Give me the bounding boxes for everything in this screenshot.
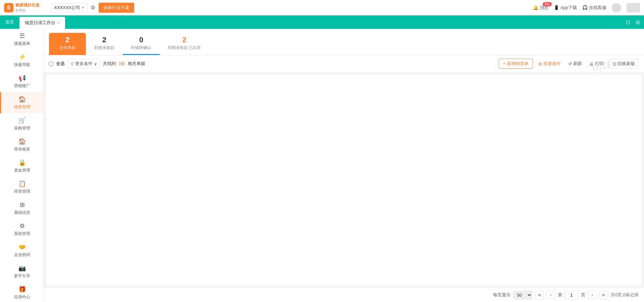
sidebar-item-marketing-label: 营销推广 xyxy=(14,83,30,89)
tab-active[interactable]: 钱货日清工作台 × xyxy=(19,17,65,29)
page-number-input[interactable] xyxy=(565,291,578,299)
logo-area: 6 畅捷通好生意 标准版 xyxy=(4,3,48,12)
sidebar-item-sales-label: 销售管理 xyxy=(14,104,30,110)
sidebar-item-inventory-label: 库存核算 xyxy=(14,146,30,152)
newbie-icon: 📷 xyxy=(18,264,26,272)
tab-bar: 首页 钱货日清工作台 × ⊡ ⊞ xyxy=(0,15,644,29)
finance-icon: 🔒 xyxy=(18,159,26,166)
logo-name: 畅捷通好生意 xyxy=(15,3,40,8)
toolbar-left: 全选 ▽ 更多条件 ∨ 共找到 0条 相关单据 xyxy=(49,59,496,68)
stat-tab-pending[interactable]: 0 旺铺待确认 xyxy=(123,33,160,55)
avatar[interactable] xyxy=(612,3,621,12)
sidebar-item-finance[interactable]: 🔒 资金管理 xyxy=(0,156,43,177)
system-icon: ⚙ xyxy=(19,222,25,230)
tab-expand-icon[interactable]: ⊞ xyxy=(634,19,641,25)
sidebar-item-purchase[interactable]: 🛒 采购管理 xyxy=(0,113,43,134)
stat-tab-overdue-shipped[interactable]: 2 到期未收款 已出库 xyxy=(160,33,209,55)
sidebar-item-newbie[interactable]: 📷 新手引导 xyxy=(0,261,43,282)
operation-icon: 📋 xyxy=(18,180,26,187)
sidebar-item-app-center[interactable]: 🎁 应用中心 xyxy=(0,282,43,302)
sidebar-item-cooperation-label: 企业协同 xyxy=(14,252,30,258)
print-button[interactable]: 🖨 打印 xyxy=(587,59,606,68)
page-next-button[interactable]: › xyxy=(588,291,597,299)
app-download-button[interactable]: 📱 App下载 xyxy=(554,5,577,11)
stat-label-overdue: 到期未收款 xyxy=(94,45,114,51)
inventory-icon: 🏠 xyxy=(18,138,26,145)
quick-nav-icon: ⚡ xyxy=(18,53,26,61)
download-icon: 📱 xyxy=(554,5,559,10)
cooperation-icon: 🤝 xyxy=(18,243,26,251)
batch-operation-button[interactable]: ⊞ 批量操作 xyxy=(536,59,563,68)
sidebar-item-system-label: 系统管理 xyxy=(14,231,30,237)
switch-version-button[interactable]: ⊡ 切换新版 xyxy=(609,59,639,69)
filter-button[interactable]: ▽ 更多条件 ∨ xyxy=(67,59,100,68)
stat-tab-all[interactable]: 2 全部单据 xyxy=(49,33,86,55)
filter-label: 更多条件 xyxy=(75,61,93,67)
batch-icon: ⊞ xyxy=(538,61,542,66)
found-count: 0条 xyxy=(118,61,125,66)
stat-num-all: 2 xyxy=(65,36,69,44)
tab-minimize-icon[interactable]: ⊡ xyxy=(625,19,632,25)
messages-badge: 99+ xyxy=(543,2,552,6)
messages-button[interactable]: 🔔 消息 99+ xyxy=(533,5,548,11)
sidebar-item-quick-nav[interactable]: ⚡ 快捷导航 xyxy=(0,50,43,71)
refresh-label: 刷新 xyxy=(573,61,582,67)
sidebar-item-search-menu-label: 搜索菜单 xyxy=(14,41,30,47)
print-label: 打印 xyxy=(595,61,604,67)
refresh-icon: ↺ xyxy=(568,61,572,66)
add-sales-order-button[interactable]: + 新增销货单 xyxy=(499,59,533,69)
sales-icon: 🏠 xyxy=(18,96,26,103)
top-header: 6 畅捷通好生意 标准版 XXXXXX公司 ▼ ⚙ 体验行业方案 🔔 消息 99… xyxy=(0,0,644,15)
sidebar-item-basic-info-label: 基础信息 xyxy=(14,210,30,216)
sidebar-item-sales[interactable]: 🏠 销售管理 xyxy=(0,92,43,113)
tab-home-label: 首页 xyxy=(5,19,14,25)
settings-icon[interactable]: ⚙ xyxy=(91,4,95,11)
stat-tab-overdue[interactable]: 2 到期未收款 xyxy=(86,33,123,55)
found-prefix: 共找到 xyxy=(103,61,116,66)
sidebar-item-app-center-label: 应用中心 xyxy=(14,294,30,300)
tab-close-icon[interactable]: × xyxy=(57,20,60,25)
app-download-label: App下载 xyxy=(560,5,577,11)
tab-bar-actions: ⊡ ⊞ xyxy=(625,19,644,25)
trial-button[interactable]: 体验行业方案 xyxy=(99,3,134,13)
stat-num-pending: 0 xyxy=(139,36,143,44)
table-content xyxy=(46,75,641,285)
page-label-end: 页 xyxy=(581,292,585,298)
sidebar-item-quick-nav-label: 快捷导航 xyxy=(14,62,30,68)
sidebar-item-search-menu[interactable]: ☰ 搜索菜单 xyxy=(0,29,43,50)
sidebar-item-inventory[interactable]: 🏠 库存核算 xyxy=(0,134,43,156)
stat-label-all: 全部单据 xyxy=(59,45,75,51)
page-prev-button[interactable]: ‹ xyxy=(546,291,555,299)
select-all-checkbox[interactable] xyxy=(49,62,53,66)
sidebar-item-basic-info[interactable]: ⊞ 基础信息 xyxy=(0,198,43,219)
table-area xyxy=(46,75,641,285)
tab-home[interactable]: 首页 xyxy=(0,15,19,29)
switch-label: 切换新版 xyxy=(618,61,635,67)
logo-text: 畅捷通好生意 标准版 xyxy=(15,3,40,12)
page-size-select[interactable]: 50 100 200 xyxy=(513,291,532,299)
found-suffix: 相关单据 xyxy=(128,61,145,66)
toolbar: 全选 ▽ 更多条件 ∨ 共找到 0条 相关单据 + 新增销货单 ⊞ 批量操作 xyxy=(44,55,644,72)
filter-icon: ▽ xyxy=(70,61,74,66)
page-first-button[interactable]: ⊲ xyxy=(535,291,544,299)
stat-label-pending: 旺铺待确认 xyxy=(131,45,151,51)
sidebar-item-cooperation[interactable]: 🤝 企业协同 xyxy=(0,240,43,261)
sidebar-item-system[interactable]: ⚙ 系统管理 xyxy=(0,219,43,240)
sidebar-item-marketing[interactable]: 📢 营销推广 xyxy=(0,71,43,92)
stat-num-overdue: 2 xyxy=(102,36,106,44)
support-icon: 🎧 xyxy=(582,5,588,10)
stat-num-overdue-shipped: 2 xyxy=(182,36,186,44)
sidebar-item-operation-label: 经营管理 xyxy=(14,189,30,194)
company-selector[interactable]: XXXXXX公司 ▼ xyxy=(51,3,88,12)
batch-label: 批量操作 xyxy=(543,61,561,67)
chevron-down-icon: ∨ xyxy=(94,61,97,66)
sidebar-item-operation[interactable]: 📋 经营管理 xyxy=(0,177,43,198)
content-area: 2 全部单据 2 到期未收款 0 旺铺待确认 2 到期未收款 已出库 全选 xyxy=(44,29,644,302)
online-support-button[interactable]: 🎧 在线客服 xyxy=(582,5,606,11)
refresh-button[interactable]: ↺ 刷新 xyxy=(566,59,584,68)
basic-info-icon: ⊞ xyxy=(20,201,25,208)
sidebar-item-purchase-label: 采购管理 xyxy=(14,125,30,131)
page-last-button[interactable]: ⊳ xyxy=(599,291,608,299)
tab-active-label: 钱货日清工作台 xyxy=(25,20,55,26)
page-total: 共0页,0条记录 xyxy=(611,292,639,298)
